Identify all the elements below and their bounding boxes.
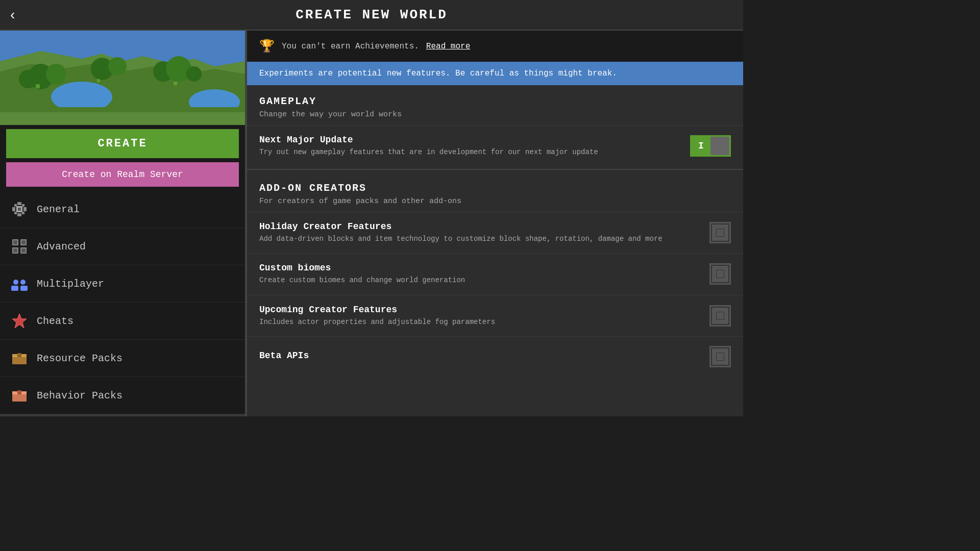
holiday-creator-row: Holiday Creator Features Add data-driven… bbox=[247, 212, 743, 254]
svg-rect-32 bbox=[13, 240, 17, 244]
gameplay-section-header: GAMEPLAY Change the way your world works bbox=[247, 85, 743, 125]
beta-apis-row: Beta APIs bbox=[247, 336, 743, 377]
achievements-alert: 🏆 You can't earn Achievements. Read more bbox=[247, 31, 743, 62]
checkbox-icon bbox=[711, 223, 729, 242]
custom-biomes-name: Custom biomes bbox=[259, 263, 709, 273]
svg-rect-38 bbox=[11, 286, 18, 291]
beta-apis-info: Beta APIs bbox=[259, 350, 709, 363]
svg-rect-36 bbox=[13, 280, 18, 285]
behavior-packs-icon bbox=[10, 386, 29, 405]
next-major-update-name: Next Major Update bbox=[259, 135, 690, 145]
svg-rect-33 bbox=[21, 240, 26, 244]
multiplayer-icon bbox=[10, 274, 29, 293]
toggle-on-state: I bbox=[692, 137, 710, 155]
svg-rect-15 bbox=[36, 84, 40, 88]
svg-rect-46 bbox=[17, 390, 21, 394]
read-more-link[interactable]: Read more bbox=[426, 42, 470, 51]
sidebar: CREATE Create on Realm Server bbox=[0, 31, 245, 416]
next-major-update-info: Next Major Update Try out new gameplay f… bbox=[259, 135, 690, 158]
holiday-creator-checkbox[interactable] bbox=[709, 222, 731, 243]
svg-point-7 bbox=[108, 57, 127, 76]
sidebar-item-general[interactable]: General bbox=[0, 191, 245, 228]
svg-rect-20 bbox=[12, 207, 15, 211]
next-major-update-desc: Try out new gameplay features that are i… bbox=[259, 147, 690, 158]
svg-marker-40 bbox=[12, 314, 27, 328]
svg-rect-18 bbox=[17, 202, 21, 205]
svg-rect-35 bbox=[21, 248, 26, 253]
page-title: CREATE NEW WORLD bbox=[296, 7, 448, 22]
gameplay-title: GAMEPLAY bbox=[259, 95, 731, 107]
sidebar-item-experiments[interactable]: Experiments bbox=[0, 414, 245, 416]
svg-rect-34 bbox=[13, 248, 17, 253]
main-layout: CREATE Create on Realm Server bbox=[0, 31, 743, 416]
upcoming-creator-desc: Includes actor properties and adjustable… bbox=[259, 317, 709, 328]
addon-creators-section-header: ADD-ON CREATORS For creators of game pac… bbox=[247, 172, 743, 212]
banner-text: Experiments are potential new features. … bbox=[259, 69, 617, 78]
sidebar-item-advanced[interactable]: Advanced bbox=[0, 228, 245, 265]
sidebar-item-advanced-label: Advanced bbox=[37, 241, 86, 253]
upcoming-creator-name: Upcoming Creator Features bbox=[259, 305, 709, 315]
checkbox-icon-4 bbox=[711, 347, 729, 366]
gear-icon bbox=[10, 200, 29, 218]
upcoming-creator-info: Upcoming Creator Features Includes actor… bbox=[259, 305, 709, 328]
svg-rect-39 bbox=[20, 286, 28, 291]
addon-creators-title: ADD-ON CREATORS bbox=[259, 182, 731, 194]
sidebar-item-multiplayer-label: Multiplayer bbox=[37, 278, 104, 290]
holiday-creator-checkbox-container bbox=[709, 222, 731, 243]
create-button[interactable]: CREATE bbox=[6, 129, 239, 158]
custom-biomes-checkbox[interactable] bbox=[709, 263, 731, 285]
checkbox-icon-3 bbox=[711, 307, 729, 325]
svg-rect-43 bbox=[17, 353, 21, 357]
next-major-update-toggle[interactable]: I bbox=[690, 135, 731, 157]
alert-text: You can't earn Achievements. bbox=[282, 42, 419, 51]
back-button[interactable]: ‹ bbox=[10, 8, 15, 22]
svg-rect-27 bbox=[18, 208, 21, 211]
svg-rect-55 bbox=[717, 270, 724, 278]
upcoming-creator-row: Upcoming Creator Features Includes actor… bbox=[247, 295, 743, 337]
map-preview bbox=[0, 31, 245, 125]
beta-apis-checkbox[interactable] bbox=[709, 346, 731, 367]
sidebar-item-behavior-packs[interactable]: Behavior Packs bbox=[0, 377, 245, 414]
custom-biomes-row: Custom biomes Create custom biomes and c… bbox=[247, 253, 743, 295]
upcoming-creator-checkbox[interactable] bbox=[709, 305, 731, 327]
section-separator bbox=[247, 169, 743, 170]
resource-packs-icon bbox=[10, 349, 29, 367]
header: ‹ CREATE NEW WORLD bbox=[0, 0, 743, 31]
svg-rect-37 bbox=[20, 280, 26, 285]
content-area: 🏆 You can't earn Achievements. Read more… bbox=[247, 31, 743, 416]
sidebar-item-resource-packs-label: Resource Packs bbox=[37, 353, 122, 364]
holiday-creator-desc: Add data-driven blocks and item technolo… bbox=[259, 234, 709, 244]
svg-rect-21 bbox=[23, 207, 27, 211]
realm-button[interactable]: Create on Realm Server bbox=[6, 162, 239, 187]
svg-rect-17 bbox=[174, 82, 177, 85]
svg-point-10 bbox=[186, 66, 202, 82]
holiday-creator-info: Holiday Creator Features Add data-driven… bbox=[259, 221, 709, 244]
sidebar-item-multiplayer[interactable]: Multiplayer bbox=[0, 265, 245, 303]
sidebar-nav: General Advanced bbox=[0, 191, 245, 416]
svg-rect-53 bbox=[717, 229, 724, 236]
custom-biomes-desc: Create custom biomes and change world ge… bbox=[259, 276, 709, 286]
cheats-icon bbox=[10, 312, 29, 330]
achievement-icon: 🏆 bbox=[259, 39, 275, 54]
beta-apis-checkbox-container bbox=[709, 346, 731, 367]
advanced-icon bbox=[10, 237, 29, 256]
svg-rect-19 bbox=[17, 213, 21, 216]
next-major-update-row: Next Major Update Try out new gameplay f… bbox=[247, 125, 743, 167]
svg-point-4 bbox=[46, 64, 66, 84]
custom-biomes-checkbox-container bbox=[709, 263, 731, 285]
addon-creators-desc: For creators of game packs and other add… bbox=[259, 197, 731, 206]
beta-apis-name: Beta APIs bbox=[259, 350, 709, 361]
svg-rect-57 bbox=[717, 312, 724, 319]
experiments-banner: Experiments are potential new features. … bbox=[247, 62, 743, 85]
svg-point-5 bbox=[19, 70, 37, 88]
sidebar-item-general-label: General bbox=[37, 204, 80, 215]
svg-rect-59 bbox=[717, 353, 724, 360]
sidebar-item-behavior-packs-label: Behavior Packs bbox=[37, 390, 122, 402]
sidebar-item-resource-packs[interactable]: Resource Packs bbox=[0, 340, 245, 377]
svg-rect-14 bbox=[0, 112, 245, 125]
checkbox-icon-2 bbox=[711, 265, 729, 283]
custom-biomes-info: Custom biomes Create custom biomes and c… bbox=[259, 263, 709, 286]
svg-rect-16 bbox=[97, 79, 100, 82]
sidebar-item-cheats[interactable]: Cheats bbox=[0, 303, 245, 340]
upcoming-creator-checkbox-container bbox=[709, 305, 731, 327]
